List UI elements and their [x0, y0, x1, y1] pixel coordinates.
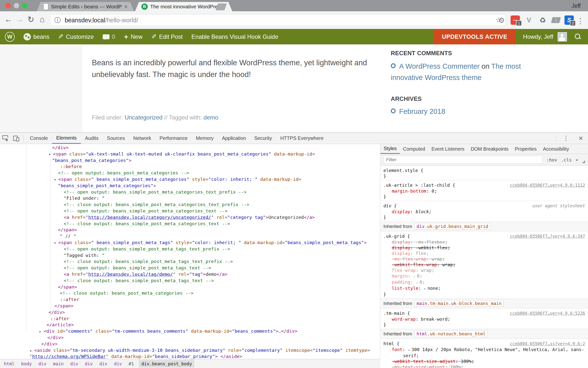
devtools-tab-audits[interactable]: Audits: [81, 133, 103, 144]
dom-tree-row[interactable]: <a href="http://beansdev.local/category/…: [0, 214, 380, 221]
dom-tree-row[interactable]: <!-- open output: beans_simple_post_meta…: [0, 246, 380, 252]
devtools-tab-sources[interactable]: Sources: [103, 133, 129, 144]
close-window-icon[interactable]: [5, 3, 11, 8]
css-property[interactable]: display: -ms-flexbox;: [383, 239, 585, 245]
breadcrumb-item[interactable]: #1: [129, 361, 134, 366]
breadcrumb-item[interactable]: div: [114, 361, 122, 366]
dom-tree-row[interactable]: " // ": [0, 233, 380, 239]
reload-icon[interactable]: ↻: [25, 15, 36, 24]
dom-tree-row[interactable]: <a href="http://beansdev.local/tag/demo/…: [0, 271, 380, 277]
dom-tree-row[interactable]: "beans_post_meta_categories">: [0, 157, 380, 164]
css-rule[interactable]: html {cceb804-65506f7…ss?ver=4.9.6:2font…: [380, 339, 588, 368]
minimize-window-icon[interactable]: [14, 3, 19, 8]
device-toolbar-icon[interactable]: [11, 133, 22, 144]
styles-tab-accessibility[interactable]: Accessibility: [540, 144, 572, 154]
adminbar-item-customize[interactable]: ✎Customize: [58, 33, 94, 40]
breadcrumb-item[interactable]: body: [21, 361, 32, 366]
home-icon[interactable]: ⌂: [37, 15, 48, 24]
dom-tree-row[interactable]: ::after: [0, 296, 380, 303]
styles-tab-styles[interactable]: Styles: [380, 144, 400, 154]
dom-tree-row[interactable]: ::before: [0, 163, 380, 170]
styles-filter-button[interactable]: :hov: [546, 157, 557, 162]
css-rule[interactable]: div {user agent stylesheetdisplay: block…: [380, 201, 588, 222]
dom-tree-row[interactable]: <!-- open output: beans_simple_post_meta…: [0, 208, 380, 214]
inherited-selector-chip[interactable]: main.tm-main.uk-block.beans_main: [415, 300, 503, 307]
css-property[interactable]: word-wrap: break-word;: [383, 316, 585, 322]
dom-tree-row[interactable]: <!-- close output: beans_simple_post_met…: [0, 201, 380, 208]
styles-tab-computed[interactable]: Computed: [400, 144, 428, 154]
breadcrumb-item[interactable]: div: [99, 361, 108, 366]
css-property[interactable]: display: block;: [383, 209, 585, 214]
inherited-selector-chip[interactable]: div.uk-grid.beans_main_grid: [415, 223, 490, 230]
css-property[interactable]: margin-bottom: 0;: [383, 188, 585, 194]
comment-author-link[interactable]: A WordPress Commenter: [399, 62, 479, 70]
stylesheet-source-link[interactable]: cceb804-65506f7…ss?ver=4.9.6:2: [507, 341, 585, 347]
devtools-tab-elements[interactable]: Elements: [52, 133, 81, 144]
css-property[interactable]: flex-wrap: wrap;: [383, 267, 585, 273]
expand-value-icon[interactable]: ▸: [416, 281, 420, 284]
inherited-selector-chip[interactable]: html.uk-notouch.beans_html: [415, 330, 488, 337]
devtools-tab-memory[interactable]: Memory: [192, 133, 218, 144]
adminbar-item-comments[interactable]: 0: [103, 33, 115, 40]
dom-tree-row[interactable]: <!-- open output: beans_simple_post_meta…: [0, 265, 380, 271]
breadcrumb-item[interactable]: main: [53, 361, 63, 366]
dom-tree-row[interactable]: "http://schema.org/WPSideBar" data-marku…: [0, 353, 380, 359]
dom-tree-row[interactable]: </div>: [0, 309, 380, 315]
avatar[interactable]: [558, 32, 567, 41]
dom-tree-row[interactable]: </article>: [0, 322, 380, 328]
collapse-arrow-icon[interactable]: ▾: [54, 240, 56, 246]
dom-tree-row[interactable]: </div>: [0, 341, 380, 347]
breadcrumb-item[interactable]: html: [4, 361, 14, 366]
css-rule[interactable]: element.style {}: [380, 166, 588, 180]
forward-icon[interactable]: →: [14, 15, 25, 24]
category-link[interactable]: Uncategorized: [124, 114, 162, 121]
breadcrumb-item[interactable]: div: [85, 361, 93, 366]
css-rule[interactable]: .uk-article > :last-child {cceb804-65506…: [380, 180, 588, 201]
css-property[interactable]: padding: ▸0;: [383, 279, 585, 285]
expand-value-icon[interactable]: ▸: [408, 348, 412, 352]
adminbar-item-edit-post[interactable]: ✎Edit Post: [151, 33, 183, 40]
expand-value-icon[interactable]: ▸: [424, 287, 428, 290]
adminbar-item-beans-hook-guide[interactable]: Enable Beans Visual Hook Guide: [191, 33, 278, 40]
new-rule-corner-icon[interactable]: [582, 160, 585, 163]
recycle-extension-icon[interactable]: ♻: [538, 15, 547, 25]
devtools-tab-security[interactable]: Security: [250, 133, 276, 144]
breadcrumb-item[interactable]: div.beans_post_body: [139, 360, 194, 368]
dom-tree-row[interactable]: </span>: [0, 227, 380, 233]
red-dots-extension-icon[interactable]: •••1: [511, 15, 520, 25]
gear-extension-icon[interactable]: ⚙: [497, 15, 506, 25]
stylesheet-source-link[interactable]: cceb804-65506f7…ver=4.9.6:1112: [507, 183, 585, 188]
tag-link[interactable]: demo: [204, 114, 218, 121]
devtools-tab-performance[interactable]: Performance: [155, 133, 192, 144]
dom-tree-row[interactable]: <!-- close output: beans_simple_post_met…: [0, 277, 380, 284]
dom-tree-row[interactable]: <!-- close output: beans_simple_post_met…: [0, 221, 380, 227]
dom-tree-row[interactable]: ▸<aside class="tm-secondary uk-width-med…: [0, 347, 380, 354]
collapse-arrow-icon[interactable]: ▾: [54, 177, 56, 183]
styles-filter-button[interactable]: +: [576, 157, 578, 162]
dom-tree-row[interactable]: <!-- close output: beans_post_meta_categ…: [0, 290, 380, 296]
adminbar-item-new[interactable]: +New: [124, 33, 143, 41]
dom-tree-row[interactable]: <!-- open output: beans_simple_post_meta…: [0, 189, 380, 195]
search-icon[interactable]: [575, 34, 581, 40]
inspect-element-icon[interactable]: [0, 133, 11, 144]
tab-close-icon[interactable]: ×: [124, 4, 128, 10]
updevtools-active-badge[interactable]: UPDEVTOOLS ACTIVE: [434, 29, 516, 44]
breadcrumb-item[interactable]: div: [70, 361, 78, 366]
archive-link[interactable]: February 2018: [399, 107, 445, 115]
dom-tree-row[interactable]: ::after: [0, 315, 380, 322]
vue-extension-icon[interactable]: V: [524, 15, 534, 25]
css-property[interactable]: margin: ▸0;: [383, 273, 585, 279]
css-property[interactable]: -webkit-text-size-adjust: 100%;: [383, 358, 585, 364]
expand-arrow-icon[interactable]: ▸: [39, 329, 41, 335]
dom-tree-row[interactable]: </span>: [0, 284, 380, 290]
css-property[interactable]: -ms-flex-wrap: wrap;: [383, 256, 585, 262]
dom-tree-row[interactable]: ▾<span class=" beans_simple_post_meta_ta…: [0, 239, 380, 246]
tag-extension-icon[interactable]: 1: [551, 17, 561, 23]
dom-tree-row[interactable]: </div>: [0, 334, 380, 341]
expand-value-icon[interactable]: ▸: [413, 275, 417, 278]
dom-tree-row[interactable]: "Filed under: ": [0, 195, 380, 201]
devtools-close-icon[interactable]: ×: [574, 134, 588, 143]
devtools-tab-application[interactable]: Application: [218, 133, 250, 144]
dom-tree-row[interactable]: ▾<span class="uk-text-small uk-text-mute…: [0, 151, 380, 157]
styles-tab-event-listeners[interactable]: Event Listeners: [428, 144, 467, 154]
